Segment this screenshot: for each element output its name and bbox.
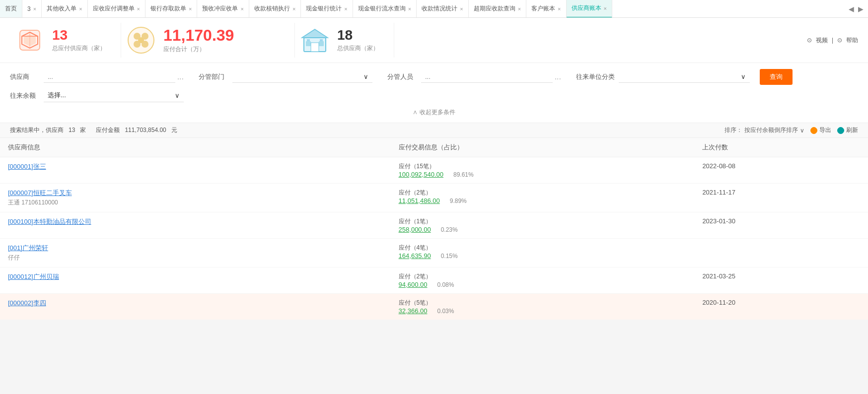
nav-tab-cash-bank-stat[interactable]: 现金银行统计× — [301, 0, 353, 18]
filter-category: 往来单位分类 ∨ — [576, 71, 750, 83]
supplier-dots-icon[interactable]: ... — [177, 72, 184, 81]
tx-info-cell: 应付（15笔）100,092,540.0089.61% — [391, 157, 695, 184]
export-button[interactable]: 导出 — [810, 126, 831, 134]
close-icon[interactable]: × — [79, 6, 82, 12]
amount-link[interactable]: 258,000.00 — [399, 226, 431, 233]
supplier-input[interactable] — [44, 71, 175, 83]
close-icon[interactable]: × — [33, 6, 36, 12]
nav-tab-bank-deposit[interactable]: 银行存取款单× — [145, 0, 197, 18]
close-icon[interactable]: × — [558, 6, 561, 12]
nav-tab-customer-account[interactable]: 客户账本× — [526, 0, 566, 18]
supplier-link[interactable]: [000001]张三 — [8, 163, 46, 170]
help-link[interactable]: 帮助 — [846, 36, 858, 45]
tx-count: （15笔） — [411, 163, 435, 170]
category-chevron-down-icon: ∨ — [741, 73, 746, 80]
th-supplier-info: 供应商信息 — [0, 138, 391, 157]
nav-tab-supplier-account[interactable]: 供应商账本× — [567, 0, 612, 18]
person-label: 分管人员 — [387, 72, 417, 81]
table-row: [000002]李四应付（5笔）32,366.000.03%2020-11-20 — [0, 294, 868, 320]
table-row: [000012]广州贝瑞应付（2笔）94,600.000.08%2021-03-… — [0, 267, 868, 294]
close-icon[interactable]: × — [240, 6, 243, 12]
collapse-bar[interactable]: ∧ 收起更多条件 — [10, 106, 858, 119]
close-icon[interactable]: × — [292, 6, 295, 12]
filter-row-1: 供应商 ... 分管部门 ∨ 分管人员 ... 往来单位分类 ∨ — [10, 69, 858, 85]
close-icon[interactable]: × — [460, 6, 463, 12]
sort-selector[interactable]: 排序： 按应付余额倒序排序 ∨ — [724, 126, 804, 134]
nav-tab-receipt-stat[interactable]: 收款情况统计× — [417, 0, 468, 18]
table-row: [001]广州荣轩仔仔应付（4笔）164,635.900.15% — [0, 239, 868, 267]
nav-tab-tab3[interactable]: 3× — [22, 0, 42, 18]
dept-select[interactable]: ∨ — [232, 71, 372, 83]
supplier-link[interactable]: [001]广州荣轩 — [8, 244, 48, 252]
person-dots-icon[interactable]: ... — [555, 72, 561, 81]
close-icon[interactable]: × — [189, 6, 192, 12]
diamond-icon — [15, 25, 45, 55]
amount-link[interactable]: 100,092,540.00 — [399, 171, 443, 178]
close-icon[interactable]: × — [518, 6, 521, 12]
supplier-link[interactable]: [000100]本特勤油品有限公司 — [8, 218, 91, 225]
supplier-info-cell: [000002]李四 — [0, 294, 391, 320]
stat-block-2-content: 11,170.39 应付合计（万） — [163, 27, 234, 54]
table-row: [000001]张三应付（15笔）100,092,540.0089.61%202… — [0, 157, 868, 184]
supplier-link[interactable]: [000012]广州贝瑞 — [8, 273, 59, 280]
percent-text: 89.61% — [453, 171, 474, 178]
supplier-table: 供应商信息 应付交易信息（占比） 上次付数 [000001]张三应付（15笔）1… — [0, 138, 868, 320]
last-payment-date: 2021-11-17 — [702, 189, 735, 196]
th-tx-info: 应付交易信息（占比） — [391, 138, 695, 157]
amount-link[interactable]: 94,600.00 — [399, 281, 428, 288]
video-icon: ⊙ — [807, 37, 812, 44]
svg-rect-19 — [307, 39, 310, 41]
close-icon[interactable]: × — [344, 6, 347, 12]
nav-tab-advance-receipt[interactable]: 预收冲应收单× — [197, 0, 249, 18]
refresh-label: 刷新 — [846, 126, 858, 134]
last-payment-date: 2021-03-25 — [702, 272, 735, 280]
stat-block-1-content: 13 总应付供应商（家） — [52, 28, 106, 53]
tx-label-count: 应付（5笔） — [399, 299, 687, 307]
svg-rect-16 — [306, 41, 311, 46]
nav-tab-home[interactable]: 首页 — [0, 0, 22, 18]
last-payment-cell: 2020-11-20 — [694, 294, 868, 320]
refresh-button[interactable]: 刷新 — [837, 126, 858, 134]
supplier-link[interactable]: [000007]恒旺二手叉车 — [8, 189, 72, 197]
video-link[interactable]: 视频 — [816, 36, 828, 45]
supplier-info-cell: [001]广州荣轩仔仔 — [0, 239, 391, 267]
grain-icon — [126, 25, 156, 55]
nav-tab-receipt-verify[interactable]: 收款核销执行× — [249, 0, 301, 18]
filter-section: 供应商 ... 分管部门 ∨ 分管人员 ... 往来单位分类 ∨ — [0, 63, 868, 123]
svg-rect-20 — [320, 39, 323, 41]
payable-suppliers-number: 13 — [52, 28, 106, 42]
supplier-link[interactable]: [000002]李四 — [8, 299, 46, 307]
category-select[interactable]: ∨ — [619, 71, 750, 83]
table-row: [000100]本特勤油品有限公司应付（1笔）258,000.000.23%20… — [0, 212, 868, 239]
store-icon — [300, 25, 330, 55]
tx-label-count: 应付（2笔） — [399, 189, 687, 197]
tx-count: （1笔） — [411, 218, 432, 225]
last-payment-cell: 2021-03-25 — [694, 267, 868, 294]
nav-tab-overdue-query[interactable]: 超期应收款查询× — [469, 0, 526, 18]
query-button[interactable]: 查询 — [760, 69, 793, 85]
export-icon — [810, 127, 817, 134]
stat-block-3-content: 18 总供应商（家） — [337, 28, 379, 53]
balance-select[interactable]: 选择... ∨ — [44, 89, 184, 102]
amount-link[interactable]: 164,635.90 — [399, 252, 431, 260]
close-icon[interactable]: × — [408, 6, 411, 12]
tx-type-label: 应付 — [399, 273, 411, 280]
total-suppliers-label: 总供应商（家） — [337, 44, 379, 53]
last-payment-cell: 2022-08-08 — [694, 157, 868, 184]
nav-tab-payable-adjust[interactable]: 应收应付调整单× — [88, 0, 145, 18]
nav-arrow-right[interactable]: ▶ — [856, 4, 866, 14]
amount-link[interactable]: 11,051,486.00 — [399, 197, 440, 204]
close-icon[interactable]: × — [604, 5, 607, 11]
supplier-info-cell: [000012]广州贝瑞 — [0, 267, 391, 294]
balance-chevron-down-icon: ∨ — [175, 92, 180, 99]
close-icon[interactable]: × — [137, 6, 140, 12]
nav-arrow-left[interactable]: ◀ — [847, 4, 856, 14]
nav-tab-other-income[interactable]: 其他收入单× — [42, 0, 87, 18]
person-input[interactable] — [421, 71, 553, 83]
nav-tab-cash-bank-flow[interactable]: 现金银行流水查询× — [353, 0, 417, 18]
supplier-sub-info: 仔仔 — [8, 254, 383, 262]
tx-label-count: 应付（1笔） — [399, 217, 687, 226]
amount-link[interactable]: 32,366.00 — [399, 307, 428, 315]
help-icon: ⊙ — [837, 37, 842, 44]
tx-count: （2笔） — [411, 189, 432, 196]
